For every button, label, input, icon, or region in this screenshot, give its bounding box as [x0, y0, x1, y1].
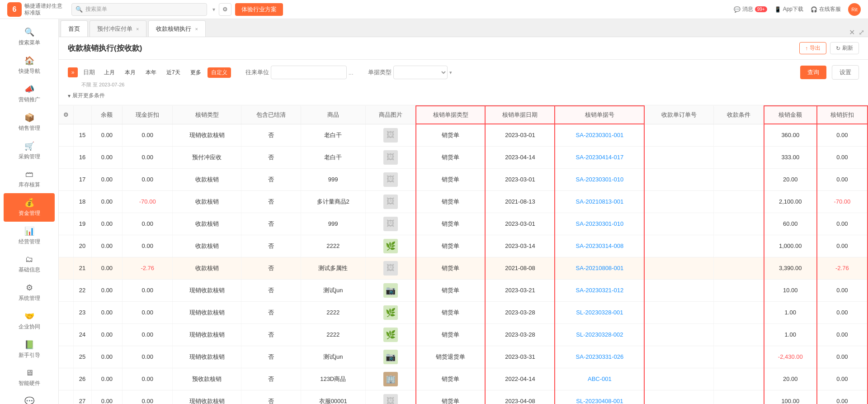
sidebar-item-search[interactable]: 🔍 搜索菜单: [0, 23, 58, 51]
col-included-settled-cell: 否: [241, 323, 301, 346]
write-off-no-link[interactable]: SL-20230408-001: [576, 398, 623, 404]
col-write-off-discount-cell: 0.00: [817, 279, 868, 301]
notification-badge: 99+: [755, 6, 767, 12]
col-product-cell: 老白干: [301, 124, 365, 146]
search-box[interactable]: 🔍 搜索菜单: [71, 3, 207, 16]
close-icon[interactable]: ×: [136, 26, 139, 32]
col-included-settled-cell: 否: [241, 235, 301, 257]
query-button[interactable]: 查询: [800, 66, 826, 79]
notification-item[interactable]: 💬 消息 99+: [734, 5, 767, 13]
this-year-button[interactable]: 本年: [142, 67, 160, 78]
page-title: 收款核销执行(按收款): [68, 43, 142, 53]
from-unit-input[interactable]: [271, 66, 347, 79]
write-off-no-link[interactable]: SA-20230321-012: [576, 287, 624, 294]
col-write-off-date-cell: 2023-04-14: [485, 146, 555, 168]
refresh-button[interactable]: ↻ 刷新: [830, 42, 859, 54]
col-write-off-bill-type-cell: 销货单: [416, 368, 486, 390]
last-month-button[interactable]: 上月: [100, 67, 118, 78]
custom-date-button[interactable]: 自定义: [208, 67, 231, 78]
close-window-icon[interactable]: ✕: [849, 28, 855, 37]
collapse-filter-button[interactable]: »: [68, 67, 78, 77]
write-off-no-link[interactable]: ABC-001: [588, 375, 612, 382]
sidebar-item-wechat[interactable]: 💬 企业微信: [0, 392, 58, 404]
col-write-off-date-cell: 2023-04-08: [485, 390, 555, 404]
col-receipt-order-no: 收款单订单号: [644, 106, 713, 124]
maximize-icon[interactable]: ⤢: [859, 28, 864, 37]
col-write-off-no-cell: SA-20230301-001: [555, 124, 644, 146]
col-write-off-type-cell: 预付冲应收: [173, 146, 241, 168]
last-7-days-button[interactable]: 近7天: [163, 67, 184, 78]
col-gear-cell: [59, 190, 73, 213]
more-date-button[interactable]: 更多: [187, 67, 205, 78]
write-off-no-link[interactable]: SA-20210808-001: [576, 265, 624, 271]
industry-solution-button[interactable]: 体验行业方案: [235, 3, 283, 16]
expand-more-conditions[interactable]: ▾ 展开更多条件: [68, 92, 859, 100]
col-product-cell: 测试jun: [301, 346, 365, 368]
sidebar-item-purchase[interactable]: 🛒 采购管理: [0, 137, 58, 165]
write-off-no-link[interactable]: SA-20230301-001: [576, 132, 624, 138]
col-gear-cell: [59, 235, 73, 257]
write-off-no-link[interactable]: SL-20230328-002: [576, 331, 623, 338]
col-write-off-discount-cell: 0.00: [817, 235, 868, 257]
chevron-down-icon[interactable]: ▾: [212, 6, 215, 13]
inventory-icon: 🗃: [25, 170, 33, 179]
table-row: 19 0.00 0.00 收款核销 否 999 🖼 销货单 2023-03-01…: [59, 213, 868, 235]
col-seq-cell: 16: [73, 146, 91, 168]
sidebar-item-sales[interactable]: 📦 销售管理: [0, 108, 58, 137]
table-row: 16 0.00 0.00 预付冲应收 否 老白干 🖼 销货单 2023-04-1…: [59, 146, 868, 168]
write-off-no-link[interactable]: SA-20230301-010: [576, 176, 624, 183]
settings-icon[interactable]: ⚙: [219, 3, 231, 16]
col-write-off-date-cell: 2021-08-13: [485, 190, 555, 213]
write-off-no-link[interactable]: SA-20230331-026: [576, 353, 624, 360]
col-write-off-amount-cell: 2,100.00: [764, 190, 817, 213]
col-write-off-no-cell: SA-20210813-001: [555, 190, 644, 213]
sidebar-item-quicknav[interactable]: 🏠 快捷导航: [0, 51, 58, 80]
col-write-off-no-cell: ABC-001: [555, 368, 644, 390]
sidebar-item-hardware[interactable]: 🖥 智能硬件: [0, 364, 58, 392]
export-button[interactable]: ↑ 导出: [799, 42, 826, 54]
this-month-button[interactable]: 本月: [121, 67, 139, 78]
app-download-item[interactable]: 📱 App下载: [774, 5, 803, 13]
sidebar-item-inventory[interactable]: 🗃 库存核算: [0, 165, 58, 193]
col-write-off-type-cell: 收款核销: [173, 213, 241, 235]
filter-settings-button[interactable]: 设置: [832, 65, 859, 80]
sidebar-item-basic[interactable]: 🗂 基础信息: [0, 250, 58, 278]
col-gear[interactable]: ⚙: [59, 106, 73, 124]
online-service-item[interactable]: 🎧 在线客服: [811, 5, 841, 13]
sidebar-item-cooperation[interactable]: 🤝 企业协同: [0, 307, 58, 335]
col-gear-cell: [59, 213, 73, 235]
col-write-off-no-cell: SL-20230408-001: [555, 390, 644, 404]
table-row: 17 0.00 0.00 收款核销 否 999 🖼 销货单 2023-03-01…: [59, 168, 868, 190]
col-balance-cell: 0.00: [91, 301, 123, 323]
sidebar-item-system[interactable]: ⚙ 系统管理: [0, 278, 58, 307]
product-thumbnail: 🖼: [383, 195, 398, 209]
sidebar-item-guide[interactable]: 📗 新手引导: [0, 335, 58, 364]
tab-prepay[interactable]: 预付冲应付单 ×: [90, 20, 146, 37]
write-off-no-link[interactable]: SA-20230314-008: [576, 242, 624, 249]
col-receipt-condition-cell: [713, 257, 764, 279]
close-icon[interactable]: ×: [195, 26, 198, 32]
col-product-cell: 2222: [301, 235, 365, 257]
write-off-no-link[interactable]: SA-20230414-017: [576, 154, 624, 161]
table-row: 25 0.00 0.00 现销收款核销 否 测试jun 📷 销货退货单 2023…: [59, 346, 868, 368]
avatar[interactable]: Rit: [848, 3, 861, 16]
col-write-off-no-cell: SA-20230301-010: [555, 213, 644, 235]
tab-receipt[interactable]: 收款核销执行 ×: [148, 20, 205, 37]
col-write-off-date-cell: 2021-08-08: [485, 257, 555, 279]
tab-home[interactable]: 首页: [61, 20, 88, 37]
write-off-no-link[interactable]: SA-20210813-001: [576, 198, 624, 205]
col-product-img-cell: 🖼: [365, 190, 415, 213]
sidebar-item-business[interactable]: 📊 经营管理: [0, 222, 58, 250]
col-included-settled-cell: 否: [241, 279, 301, 301]
sidebar-item-finance[interactable]: 💰 资金管理: [4, 193, 55, 222]
write-off-no-link[interactable]: SL-20230328-001: [576, 309, 623, 316]
logo: 6 畅捷通谱好生意 标准版: [7, 2, 66, 17]
table-row: 15 0.00 0.00 现销收款核销 否 老白干 🖼 销货单 2023-03-…: [59, 124, 868, 146]
col-write-off-amount: 核销金额: [764, 106, 817, 124]
product-thumbnail: 🌿: [383, 305, 398, 320]
receipt-type-select[interactable]: [393, 66, 448, 79]
write-off-no-link[interactable]: SA-20230301-010: [576, 220, 624, 227]
col-cash-discount-cell: 0.00: [123, 235, 173, 257]
sidebar-item-marketing[interactable]: 📣 营销推广: [0, 80, 58, 108]
col-product-img-cell: 🖼: [365, 257, 415, 279]
